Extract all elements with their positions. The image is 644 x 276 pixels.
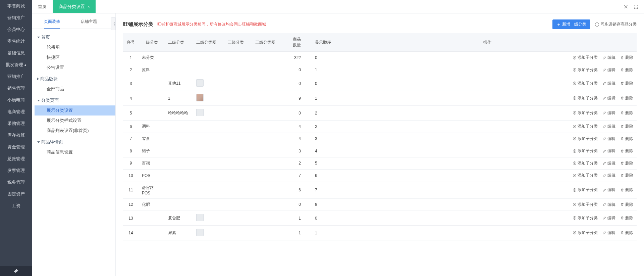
add-sub-button[interactable]: 添加子分类 bbox=[573, 148, 598, 154]
tree-item[interactable]: 公告设置 bbox=[35, 62, 115, 73]
edit-button[interactable]: 编辑 bbox=[602, 55, 615, 60]
tree-item[interactable]: 快捷区 bbox=[35, 52, 115, 62]
sync-button[interactable]: 同步进销存商品分类 bbox=[595, 21, 637, 27]
delete-button[interactable]: 删除 bbox=[620, 230, 633, 236]
cell-qty: 0 bbox=[288, 106, 312, 121]
edit-button[interactable]: 编辑 bbox=[602, 187, 615, 193]
collapse-handle[interactable]: 《 bbox=[111, 17, 116, 30]
delete-button[interactable]: 删除 bbox=[620, 215, 633, 221]
delete-button[interactable]: 删除 bbox=[620, 148, 633, 154]
delete-button[interactable]: 删除 bbox=[620, 55, 633, 60]
tree-item[interactable]: 展示分类样式设置 bbox=[35, 116, 115, 126]
cell-seq: 12 bbox=[123, 198, 139, 211]
edit-button[interactable]: 编辑 bbox=[602, 202, 615, 208]
tree-item[interactable]: 轮播图 bbox=[35, 42, 115, 52]
primary-nav-item[interactable]: 营销推广 bbox=[0, 71, 32, 82]
sync-icon bbox=[595, 22, 599, 27]
add-sub-button[interactable]: 添加子分类 bbox=[573, 67, 598, 73]
tree-item[interactable]: 展示分类设置 bbox=[35, 105, 115, 116]
tab-active[interactable]: 商品分类设置 × bbox=[53, 0, 96, 13]
add-sub-button[interactable]: 添加子分类 bbox=[573, 173, 598, 178]
primary-nav-item[interactable]: 批发管理 bbox=[0, 59, 32, 71]
delete-button[interactable]: 删除 bbox=[620, 110, 633, 116]
primary-nav-item[interactable]: 采购管理 bbox=[0, 118, 32, 129]
edit-button[interactable]: 编辑 bbox=[602, 230, 615, 236]
cell-l2img bbox=[193, 170, 224, 182]
th-l2: 二级分类 bbox=[165, 33, 193, 52]
edit-button[interactable]: 编辑 bbox=[602, 136, 615, 142]
cell-seq: 13 bbox=[123, 211, 139, 226]
fullscreen-icon[interactable] bbox=[633, 4, 639, 9]
cell-seq: 6 bbox=[123, 121, 139, 133]
close-all-icon[interactable] bbox=[623, 4, 629, 9]
primary-nav-item[interactable]: 营销推广 bbox=[0, 12, 32, 24]
thumbnail[interactable] bbox=[196, 109, 204, 116]
edit-button[interactable]: 编辑 bbox=[602, 110, 615, 116]
delete-button[interactable]: 删除 bbox=[620, 136, 633, 142]
edit-button[interactable]: 编辑 bbox=[602, 160, 615, 166]
cell-l2 bbox=[165, 145, 193, 157]
delete-button[interactable]: 删除 bbox=[620, 95, 633, 101]
edit-button[interactable]: 编辑 bbox=[602, 81, 615, 86]
delete-button[interactable]: 删除 bbox=[620, 67, 633, 73]
primary-nav-item[interactable]: 零售统计 bbox=[0, 35, 32, 47]
primary-nav-item[interactable]: 库存核算 bbox=[0, 129, 32, 141]
add-sub-button[interactable]: 添加子分类 bbox=[573, 81, 598, 86]
add-sub-button[interactable]: 添加子分类 bbox=[573, 187, 598, 193]
tree-group-title[interactable]: 分类页面 bbox=[35, 95, 115, 105]
thumbnail[interactable] bbox=[196, 229, 204, 236]
tree-group-label: 分类页面 bbox=[41, 97, 59, 103]
edit-button[interactable]: 编辑 bbox=[602, 173, 615, 178]
primary-nav-item[interactable]: 税务管理 bbox=[0, 176, 32, 188]
sub-tab-theme[interactable]: 店铺主题 bbox=[81, 19, 97, 29]
add-sub-button[interactable]: 添加子分类 bbox=[573, 160, 598, 166]
tree-item[interactable]: 商品信息设置 bbox=[35, 147, 115, 157]
tab-home[interactable]: 首页 bbox=[32, 0, 53, 13]
primary-nav-item[interactable]: 发票管理 bbox=[0, 165, 32, 176]
delete-button[interactable]: 删除 bbox=[620, 160, 633, 166]
edit-button[interactable]: 编辑 bbox=[602, 124, 615, 129]
tree-group-title[interactable]: 商品版块 bbox=[35, 74, 115, 84]
add-sub-button[interactable]: 添加子分类 bbox=[573, 230, 598, 236]
primary-nav-item[interactable]: 基础信息 bbox=[0, 47, 32, 59]
primary-nav-item[interactable]: 工资 bbox=[0, 200, 32, 212]
add-sub-button[interactable]: 添加子分类 bbox=[573, 95, 598, 101]
primary-nav-item[interactable]: 固定资产 bbox=[0, 188, 32, 200]
thumbnail[interactable] bbox=[196, 79, 204, 87]
add-sub-button[interactable]: 添加子分类 bbox=[573, 55, 598, 60]
add-sub-button[interactable]: 添加子分类 bbox=[573, 215, 598, 221]
primary-nav-item[interactable]: 电商管理 bbox=[0, 106, 32, 118]
edit-button[interactable]: 编辑 bbox=[602, 95, 615, 101]
tree-item[interactable]: 全部商品 bbox=[35, 84, 115, 94]
delete-button[interactable]: 删除 bbox=[620, 187, 633, 193]
tree-group-title[interactable]: 首页 bbox=[35, 32, 115, 42]
cell-l2 bbox=[165, 182, 193, 198]
settings-footer[interactable] bbox=[0, 266, 32, 276]
edit-button[interactable]: 编辑 bbox=[602, 67, 615, 73]
add-sub-button[interactable]: 添加子分类 bbox=[573, 136, 598, 142]
edit-button[interactable]: 编辑 bbox=[602, 148, 615, 154]
primary-nav-item[interactable]: 零售商城 bbox=[0, 0, 32, 12]
add-sub-button[interactable]: 添加子分类 bbox=[573, 124, 598, 129]
delete-button[interactable]: 删除 bbox=[620, 81, 633, 86]
primary-nav-item[interactable]: 总账管理 bbox=[0, 153, 32, 165]
add-sub-button[interactable]: 添加子分类 bbox=[573, 110, 598, 116]
sub-tab-decor[interactable]: 页面装修 bbox=[44, 19, 60, 29]
delete-button[interactable]: 删除 bbox=[620, 173, 633, 178]
primary-nav-item[interactable]: 销售管理 bbox=[0, 82, 32, 94]
tree-group-title[interactable]: 商品详情页 bbox=[35, 137, 115, 147]
cell-ops: 添加子分类编辑删除 bbox=[338, 198, 637, 211]
primary-nav-item[interactable]: 小畅电商 bbox=[0, 94, 32, 106]
close-icon[interactable]: × bbox=[88, 5, 90, 9]
add-sub-button[interactable]: 添加子分类 bbox=[573, 202, 598, 208]
delete-button[interactable]: 删除 bbox=[620, 202, 633, 208]
edit-button[interactable]: 编辑 bbox=[602, 215, 615, 221]
primary-nav-item[interactable]: 资金管理 bbox=[0, 141, 32, 153]
add-category-button[interactable]: ＋ 新增一级分类 bbox=[552, 19, 590, 29]
tree-item[interactable]: 商品列表设置(非首页) bbox=[35, 126, 115, 136]
thumbnail[interactable] bbox=[196, 94, 204, 101]
sub-tab-bar: 页面装修 店铺主题 bbox=[32, 13, 115, 29]
thumbnail[interactable] bbox=[196, 214, 204, 221]
delete-button[interactable]: 删除 bbox=[620, 124, 633, 129]
primary-nav-item[interactable]: 会员中心 bbox=[0, 24, 32, 35]
